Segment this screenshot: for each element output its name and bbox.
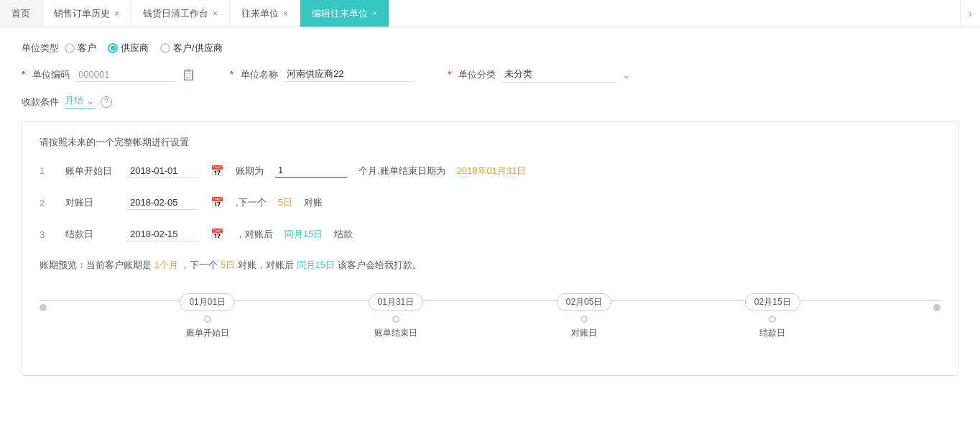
row-2-label: 对账日 — [65, 196, 116, 209]
unit-code-label: 单位编码 — [32, 68, 70, 81]
unit-class-required: * — [448, 69, 451, 80]
unit-name-required: * — [230, 69, 234, 80]
main-content: 单位类型 客户 供应商 客户/供应商 * 单位编码 — [0, 27, 980, 437]
payment-help-icon[interactable]: ? — [101, 96, 112, 108]
unit-code-required: * — [22, 69, 25, 80]
preview-part3: 同月15日 — [297, 259, 335, 270]
tab-partners-label: 往来单位 — [241, 7, 279, 20]
tab-home[interactable]: 首页 — [0, 0, 42, 27]
payment-field: 收款条件 月结 ⌄ ? — [22, 94, 112, 109]
payment-value: 月结 — [65, 94, 83, 107]
preview-comma1: ，下一个 — [180, 259, 218, 270]
timeline-node-2: 01月31日 账单结束日 — [369, 293, 424, 339]
preview-text: 账期预览：当前客户账期是 1个月 ，下一个 5日 对账，对账后 同月15日 该客… — [40, 259, 940, 272]
preview-part2: 5日 — [221, 259, 235, 270]
timeline-nodes: 01月01日 账单开始日 01月31日 账单结束日 02月05日 对账日 — [40, 293, 940, 339]
timeline-node-3: 02月05日 对账日 — [557, 293, 612, 339]
timeline-node-1-date: 01月01日 — [180, 293, 235, 311]
timeline-container: 01月01日 账单开始日 01月31日 账单结束日 02月05日 对账日 — [40, 286, 940, 361]
timeline-node-4-date: 02月15日 — [745, 293, 800, 311]
tab-cashflow[interactable]: 钱货日清工作台 × — [131, 0, 230, 27]
unit-code-input[interactable] — [75, 68, 176, 82]
preview-prefix: 账期预览：当前客户账期是 — [40, 259, 152, 270]
timeline-left-dot — [40, 304, 47, 311]
reconcile-date-input[interactable] — [127, 196, 199, 210]
timeline-node-1-label: 账单开始日 — [186, 327, 229, 339]
radio-supplier[interactable]: 供应商 — [108, 42, 149, 55]
tab-home-label: 首页 — [11, 7, 30, 20]
unit-info-row: * 单位编码 📋 * 单位名称 * 单位分类 未分类 ⌄ — [22, 66, 958, 83]
payment-label: 收款条件 — [22, 96, 59, 109]
radio-customer[interactable]: 客户 — [65, 42, 96, 55]
row-1-number: 1 — [40, 165, 54, 176]
unit-type-row: 单位类型 客户 供应商 客户/供应商 — [22, 42, 958, 55]
tab-edit-partner[interactable]: 编辑往来单位 × — [300, 0, 389, 27]
tab-partners-close[interactable]: × — [283, 9, 288, 19]
radio-supplier-circle — [108, 43, 118, 53]
row-2-number: 2 — [40, 198, 54, 208]
preview-comma2: 对账，对账后 — [238, 259, 294, 270]
tab-bar: 首页 销售订单历史 × 钱货日清工作台 × 往来单位 × 编辑往来单位 × › — [0, 0, 980, 27]
tab-edit-partner-label: 编辑往来单位 — [312, 7, 368, 20]
unit-class-field: * 单位分类 未分类 ⌄ — [448, 66, 631, 83]
tab-sales-history-close[interactable]: × — [114, 9, 119, 19]
row-3-prefix: ，对账后 — [236, 228, 273, 241]
row-1-suffix: 个月,账单结束日期为 — [359, 165, 445, 178]
unit-code-field: * 单位编码 📋 — [22, 68, 195, 82]
row-2-suffix: 对账 — [304, 196, 323, 209]
radio-supplier-label: 供应商 — [121, 42, 149, 55]
tab-sales-history[interactable]: 销售订单历史 × — [42, 0, 131, 27]
payment-date-cal-icon[interactable]: 📅 — [211, 228, 224, 241]
unit-code-copy-icon[interactable]: 📋 — [182, 68, 195, 81]
payment-row: 收款条件 月结 ⌄ ? — [22, 94, 958, 109]
start-date-input[interactable] — [127, 164, 199, 178]
preview-suffix: 该客户会给我打款。 — [338, 259, 422, 270]
tab-cashflow-label: 钱货日清工作台 — [143, 7, 208, 20]
timeline-node-left-edge — [40, 293, 47, 339]
tab-cashflow-close[interactable]: × — [213, 9, 218, 19]
unit-name-input[interactable] — [284, 68, 413, 82]
timeline-node-4-dot — [769, 316, 776, 323]
row-2-prefix: ,下一个 — [236, 196, 267, 209]
unit-name-label: 单位名称 — [241, 68, 278, 81]
unit-class-label: 单位分类 — [458, 68, 496, 81]
timeline-node-3-label: 对账日 — [571, 327, 597, 339]
period-input[interactable] — [275, 163, 347, 178]
radio-customer-supplier-circle — [160, 43, 170, 53]
preview-part1: 1个月 — [154, 259, 178, 270]
unit-type-radio-group: 客户 供应商 客户/供应商 — [65, 42, 223, 55]
unit-type-field: 单位类型 客户 供应商 客户/供应商 — [22, 42, 223, 55]
settings-row-1: 1 账单开始日 📅 账期为 个月,账单结束日期为 2018年01月31日 — [40, 163, 940, 178]
tab-scroll-right[interactable]: › — [960, 0, 980, 27]
row-3-label: 结款日 — [65, 228, 116, 241]
payment-date-input[interactable] — [127, 227, 199, 242]
timeline-node-2-dot — [392, 316, 399, 323]
timeline-node-1: 01月01日 账单开始日 — [180, 293, 235, 339]
reconcile-date-cal-icon[interactable]: 📅 — [211, 196, 224, 209]
timeline-node-3-date: 02月05日 — [557, 293, 612, 311]
settings-card: 请按照未来的一个完整帐期进行设置 1 账单开始日 📅 账期为 个月,账单结束日期… — [22, 121, 958, 376]
timeline-node-2-date: 01月31日 — [369, 293, 424, 311]
unit-class-dropdown-icon[interactable]: ⌄ — [622, 69, 631, 80]
payment-select[interactable]: 月结 ⌄ — [65, 94, 95, 109]
timeline-node-right-edge — [933, 293, 940, 339]
radio-customer-supplier-label: 客户/供应商 — [173, 42, 223, 55]
row-3-number: 3 — [40, 229, 54, 240]
settings-title: 请按照未来的一个完整帐期进行设置 — [40, 136, 940, 149]
start-date-cal-icon[interactable]: 📅 — [211, 165, 224, 178]
tab-sales-history-label: 销售订单历史 — [54, 7, 110, 20]
tab-edit-partner-close[interactable]: × — [372, 9, 377, 19]
settings-row-2: 2 对账日 📅 ,下一个 5日 对账 — [40, 196, 940, 210]
payment-dropdown-icon[interactable]: ⌄ — [86, 95, 95, 106]
unit-type-label: 单位类型 — [22, 42, 59, 55]
timeline-node-2-label: 账单结束日 — [374, 327, 417, 339]
row-1-label: 账单开始日 — [65, 165, 116, 178]
timeline-right-dot — [933, 304, 940, 311]
radio-customer-label: 客户 — [78, 42, 96, 55]
tab-partners[interactable]: 往来单位 × — [230, 0, 300, 27]
timeline-node-1-dot — [204, 316, 211, 323]
radio-customer-supplier[interactable]: 客户/供应商 — [160, 42, 223, 55]
row-2-highlight: 5日 — [278, 196, 292, 209]
settings-row-3: 3 结款日 📅 ，对账后 同月15日 结款 — [40, 227, 940, 242]
timeline-node-3-dot — [581, 316, 588, 323]
